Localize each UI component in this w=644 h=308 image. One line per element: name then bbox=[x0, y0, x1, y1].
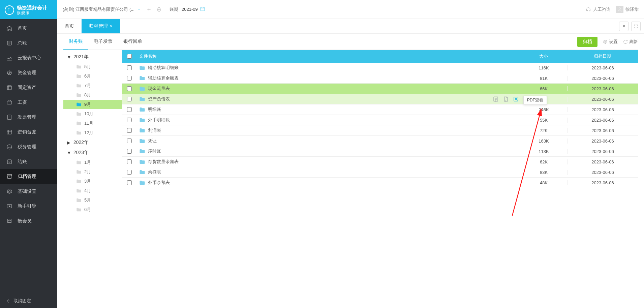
file-date: 2023-06-06 bbox=[567, 65, 638, 70]
row-checkbox[interactable] bbox=[127, 107, 132, 112]
page-tab[interactable]: 归档管理× bbox=[82, 19, 120, 33]
tree-year[interactable]: ▶2022年 bbox=[63, 137, 122, 148]
row-checkbox[interactable] bbox=[127, 159, 132, 164]
table-row[interactable]: 辅助核算余额表81K2023-06-06 bbox=[122, 73, 638, 84]
consult-button[interactable]: 人工咨询 bbox=[586, 6, 611, 12]
row-checkbox[interactable] bbox=[127, 76, 132, 81]
nav-item-psi[interactable]: 进销台账 bbox=[0, 125, 57, 140]
table-row[interactable]: 序时账113K2023-06-06 bbox=[122, 146, 638, 157]
year-label: 2022年 bbox=[73, 140, 89, 146]
row-checkbox[interactable] bbox=[127, 65, 132, 70]
file-name: 辅助核算明细账 bbox=[148, 65, 179, 71]
table-row[interactable]: 辅助核算明细账116K2023-06-06 bbox=[122, 63, 638, 73]
fund-icon bbox=[6, 69, 13, 76]
row-checkbox[interactable] bbox=[127, 149, 132, 154]
row-checkbox[interactable] bbox=[127, 180, 132, 185]
refresh-button[interactable]: 刷新 bbox=[623, 39, 638, 45]
pdf-view-tooltip: PDF查看 bbox=[523, 96, 547, 105]
nav-item-guide[interactable]: 新手引导 bbox=[0, 199, 57, 214]
table-row[interactable]: 外币明细账55K2023-06-06 bbox=[122, 115, 638, 125]
nav-item-close[interactable]: 结账 bbox=[0, 154, 57, 169]
file-date: 2023-06-06 bbox=[567, 149, 638, 154]
nav-item-member[interactable]: 畅会员 bbox=[0, 214, 57, 228]
row-checkbox[interactable] bbox=[127, 170, 132, 175]
page-tab[interactable]: 首页 bbox=[57, 19, 82, 33]
nav-item-asset[interactable]: 固定资产 bbox=[0, 80, 57, 95]
tree-month[interactable]: 5月 bbox=[63, 195, 122, 205]
calendar-icon[interactable] bbox=[200, 6, 205, 12]
add-button[interactable] bbox=[145, 5, 153, 14]
settings-button[interactable]: 设置 bbox=[603, 39, 618, 45]
nav-item-home[interactable]: 首页 bbox=[0, 21, 57, 36]
sub-tab[interactable]: 财务账 bbox=[63, 34, 88, 50]
nav-item-setting[interactable]: 基础设置 bbox=[0, 184, 57, 199]
tree-month[interactable]: 2月 bbox=[63, 167, 122, 177]
caret-icon: ▶ bbox=[67, 140, 72, 145]
content: 财务账电子发票银行回单 归档 设置 刷新 ▼2021年5月6月7月8月9月10月… bbox=[57, 34, 644, 308]
month-label: 12月 bbox=[84, 130, 93, 136]
row-checkbox[interactable] bbox=[127, 138, 132, 143]
table-row[interactable]: 外币余额表48K2023-06-06 bbox=[122, 178, 638, 188]
archive-button[interactable]: 归档 bbox=[577, 37, 597, 47]
tree-month[interactable]: 5月 bbox=[63, 62, 122, 71]
header-settings-button[interactable] bbox=[155, 5, 163, 14]
pdf-view-icon[interactable] bbox=[513, 96, 519, 102]
file-icon bbox=[139, 86, 145, 91]
file-name: 外币余额表 bbox=[148, 180, 170, 186]
tab-close-button[interactable]: ✕ bbox=[619, 22, 628, 31]
nav-item-ledger[interactable]: 总账 bbox=[0, 36, 57, 51]
tree-month[interactable]: 1月 bbox=[63, 158, 122, 167]
folder-icon bbox=[76, 74, 82, 79]
nav-item-tax[interactable]: 税务管理 bbox=[0, 140, 57, 154]
table-row[interactable]: 现金流量表66K2023-06-06 bbox=[122, 84, 638, 94]
fullscreen-button[interactable] bbox=[631, 22, 641, 31]
tree-year[interactable]: ▼2021年 bbox=[63, 52, 122, 62]
row-checkbox[interactable] bbox=[127, 128, 132, 133]
download-pdf-icon[interactable] bbox=[502, 96, 509, 102]
svg-rect-4 bbox=[8, 115, 11, 120]
table-row[interactable]: 资产负债表1K2023-06-06PDF查看 bbox=[122, 94, 638, 104]
tree-month[interactable]: 11月 bbox=[63, 119, 122, 128]
tree-month[interactable]: 8月 bbox=[63, 90, 122, 100]
caret-icon: ▼ bbox=[67, 150, 72, 155]
unpin-button[interactable]: 取消固定 bbox=[0, 294, 57, 308]
table-row[interactable]: 明细账246K2023-06-06 bbox=[122, 104, 638, 115]
year-label: 2021年 bbox=[73, 54, 89, 60]
tree-month[interactable]: 3月 bbox=[63, 177, 122, 186]
row-checkbox[interactable] bbox=[127, 86, 132, 91]
folder-icon bbox=[76, 170, 82, 174]
download-excel-icon[interactable] bbox=[492, 96, 499, 102]
sub-tab[interactable]: 银行回单 bbox=[118, 34, 148, 50]
tree-month[interactable]: 10月 bbox=[63, 109, 122, 119]
sub-tabs: 财务账电子发票银行回单 归档 设置 刷新 bbox=[63, 34, 638, 50]
svg-rect-7 bbox=[7, 160, 11, 164]
nav-item-fund[interactable]: 资金管理 bbox=[0, 65, 57, 80]
company-selector[interactable]: (勿删) 江西服宝精品有限责任公司 (... bbox=[63, 6, 141, 12]
file-date: 2023-06-06 bbox=[567, 170, 638, 175]
table-row[interactable]: 凭证163K2023-06-06 bbox=[122, 136, 638, 146]
table-row[interactable]: 利润表72K2023-06-06 bbox=[122, 125, 638, 136]
nav-item-cloud-report[interactable]: 云报表中心 bbox=[0, 51, 57, 65]
file-size: 62K bbox=[520, 159, 567, 164]
tree-month[interactable]: 6月 bbox=[63, 205, 122, 214]
tree-month[interactable]: 4月 bbox=[63, 186, 122, 195]
tree-month[interactable]: 6月 bbox=[63, 71, 122, 81]
tree-year[interactable]: ▼2023年 bbox=[63, 148, 122, 158]
user-menu[interactable]: 徐泽华 bbox=[616, 6, 639, 13]
select-all-checkbox[interactable] bbox=[127, 54, 132, 59]
table-row[interactable]: 存货数量余额表62K2023-06-06 bbox=[122, 157, 638, 167]
row-checkbox[interactable] bbox=[127, 97, 132, 101]
nav-label: 资金管理 bbox=[18, 70, 36, 76]
tree-month[interactable]: 7月 bbox=[63, 81, 122, 90]
avatar-icon bbox=[616, 6, 623, 13]
sub-tab[interactable]: 电子发票 bbox=[88, 34, 118, 50]
table-row[interactable]: 余额表83K2023-06-06 bbox=[122, 167, 638, 178]
file-table: 文件名称 大小 归档日期 辅助核算明细账116K2023-06-06辅助核算余额… bbox=[122, 50, 638, 308]
nav-item-archive[interactable]: 归档管理 bbox=[0, 169, 57, 184]
tree-month[interactable]: 9月 bbox=[63, 100, 122, 109]
close-icon[interactable]: × bbox=[110, 24, 113, 29]
nav-item-salary[interactable]: 工资 bbox=[0, 95, 57, 110]
nav-item-invoice[interactable]: 发票管理 bbox=[0, 110, 57, 125]
row-checkbox[interactable] bbox=[127, 118, 132, 122]
tree-month[interactable]: 12月 bbox=[63, 128, 122, 137]
